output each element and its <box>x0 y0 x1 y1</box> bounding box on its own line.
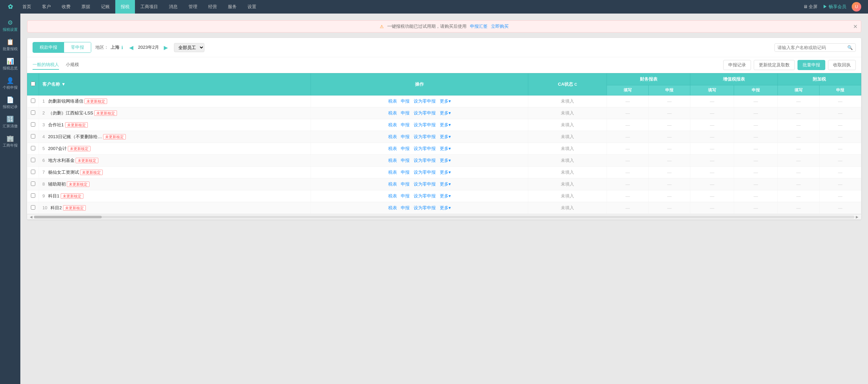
op-more[interactable]: 更多▾ <box>438 205 452 211</box>
op-zero-declare[interactable]: 设为零申报 <box>412 205 437 211</box>
upgrade-btn[interactable]: ▶ 畅享会员 <box>823 4 846 10</box>
tab-zero-declare[interactable]: 零申报 <box>64 42 91 52</box>
scroll-right-arrow[interactable]: ▶ <box>854 215 860 219</box>
op-more[interactable]: 更多▾ <box>438 146 452 152</box>
row-checkbox[interactable] <box>31 205 35 210</box>
op-tax-table[interactable]: 税表 <box>387 98 398 104</box>
op-zero-declare[interactable]: 设为零申报 <box>412 146 437 152</box>
banner-close-btn[interactable]: ✕ <box>853 23 857 30</box>
row-checkbox[interactable] <box>31 110 35 115</box>
op-zero-declare[interactable]: 设为零申报 <box>412 193 437 199</box>
nav-settings[interactable]: 设置 <box>242 0 262 14</box>
scroll-track[interactable] <box>34 216 854 218</box>
op-zero-declare[interactable]: 设为零申报 <box>412 181 437 187</box>
op-more[interactable]: 更多▾ <box>438 193 452 199</box>
op-zero-declare[interactable]: 设为零申报 <box>412 169 437 175</box>
banner-link-report[interactable]: 申报汇签 <box>470 23 488 29</box>
op-declare[interactable]: 申报 <box>399 98 411 104</box>
sidebar-item-batch-tax[interactable]: 📋 批量报税 <box>1 36 20 54</box>
nav-customer[interactable]: 客户 <box>37 0 56 14</box>
row-checkbox[interactable] <box>31 182 35 186</box>
row-checkbox[interactable] <box>31 170 35 174</box>
sidebar-item-business-report[interactable]: 🏢 工商年报 <box>1 133 20 151</box>
row-checkbox-2[interactable] <box>27 119 39 131</box>
nav-tax[interactable]: 报税 <box>115 0 135 14</box>
nav-home[interactable]: 首页 <box>17 0 37 14</box>
op-zero-declare[interactable]: 设为零申报 <box>412 110 437 116</box>
scroll-thumb[interactable] <box>34 216 102 218</box>
nav-business[interactable]: 工商项目 <box>135 0 163 14</box>
row-checkbox-1[interactable] <box>27 107 39 119</box>
banner-link-buy[interactable]: 立即购买 <box>491 23 509 29</box>
region-info-icon[interactable]: ℹ <box>121 45 123 50</box>
horizontal-scrollbar[interactable]: ◀ ▶ <box>27 214 861 219</box>
op-zero-declare[interactable]: 设为零申报 <box>412 98 437 104</box>
op-more[interactable]: 更多▾ <box>438 181 452 187</box>
op-more[interactable]: 更多▾ <box>438 122 452 128</box>
fullscreen-btn[interactable]: 🖥 全屏 <box>803 4 818 10</box>
nav-operation[interactable]: 经营 <box>203 0 222 14</box>
nav-billing[interactable]: 收费 <box>56 0 76 14</box>
op-declare[interactable]: 申报 <box>399 193 411 199</box>
scroll-left-arrow[interactable]: ◀ <box>28 215 34 219</box>
sidebar-item-tax-record[interactable]: 📄 报税记录 <box>1 94 20 112</box>
nav-manage[interactable]: 管理 <box>183 0 203 14</box>
search-icon[interactable]: 🔍 <box>847 45 853 50</box>
op-tax-table[interactable]: 税表 <box>387 169 398 175</box>
tab-tax-declare[interactable]: 税款申报 <box>33 42 64 52</box>
avatar[interactable]: U <box>852 2 861 12</box>
row-checkbox-4[interactable] <box>27 143 39 155</box>
op-declare[interactable]: 申报 <box>399 157 411 164</box>
row-checkbox-5[interactable] <box>27 155 39 167</box>
op-declare[interactable]: 申报 <box>399 181 411 187</box>
row-checkbox[interactable] <box>31 122 35 127</box>
sidebar-item-calc-clear[interactable]: 🔢 汇算清缴 <box>1 113 20 131</box>
select-all-checkbox[interactable] <box>31 82 35 86</box>
row-checkbox[interactable] <box>31 99 35 103</box>
date-next-btn[interactable]: ▶ <box>162 44 170 51</box>
op-tax-table[interactable]: 税表 <box>387 193 398 199</box>
update-stats-btn[interactable]: 更新统定及取数 <box>754 60 795 70</box>
row-checkbox-0[interactable] <box>27 95 39 107</box>
row-checkbox-9[interactable] <box>27 202 39 214</box>
row-checkbox-3[interactable] <box>27 131 39 143</box>
nav-invoice[interactable]: 票据 <box>76 0 96 14</box>
nav-message[interactable]: 消息 <box>163 0 183 14</box>
op-tax-table[interactable]: 税表 <box>387 157 398 164</box>
nav-service[interactable]: 服务 <box>222 0 242 14</box>
op-tax-table[interactable]: 税表 <box>387 146 398 152</box>
sort-icon[interactable]: ▼ <box>61 82 66 87</box>
op-more[interactable]: 更多▾ <box>438 157 452 164</box>
op-zero-declare[interactable]: 设为零申报 <box>412 122 437 128</box>
op-declare[interactable]: 申报 <box>399 169 411 175</box>
type-tab-small[interactable]: 小规模 <box>66 60 79 70</box>
type-tab-general[interactable]: 一般的纳税人 <box>33 60 59 70</box>
row-checkbox[interactable] <box>31 158 35 162</box>
op-declare[interactable]: 申报 <box>399 134 411 140</box>
batch-declare-btn[interactable]: 批量申报 <box>797 60 825 70</box>
row-checkbox-8[interactable] <box>27 190 39 202</box>
sidebar-item-personal-tax[interactable]: 👤 个税申报 <box>1 75 20 93</box>
op-more[interactable]: 更多▾ <box>438 169 452 175</box>
op-declare[interactable]: 申报 <box>399 122 411 128</box>
op-declare[interactable]: 申报 <box>399 146 411 152</box>
op-zero-declare[interactable]: 设为零申报 <box>412 157 437 164</box>
op-tax-table[interactable]: 税表 <box>387 205 398 211</box>
op-tax-table[interactable]: 税表 <box>387 134 398 140</box>
nav-bookkeeping[interactable]: 记账 <box>96 0 115 14</box>
op-more[interactable]: 更多▾ <box>438 110 452 116</box>
row-checkbox[interactable] <box>31 134 35 138</box>
collect-return-btn[interactable]: 收取回执 <box>828 60 856 70</box>
row-checkbox[interactable] <box>31 193 35 198</box>
row-checkbox-6[interactable] <box>27 167 39 178</box>
row-checkbox[interactable] <box>31 146 35 150</box>
sidebar-item-tax-overview[interactable]: 📊 报税总览 <box>1 56 20 73</box>
op-declare[interactable]: 申报 <box>399 110 411 116</box>
date-prev-btn[interactable]: ◀ <box>127 44 135 51</box>
search-input[interactable] <box>777 45 845 50</box>
declare-record-btn[interactable]: 申报记录 <box>723 60 751 70</box>
op-zero-declare[interactable]: 设为零申报 <box>412 134 437 140</box>
op-tax-table[interactable]: 税表 <box>387 181 398 187</box>
op-declare[interactable]: 申报 <box>399 205 411 211</box>
sidebar-item-tax-settings[interactable]: ⚙ 报税设置 <box>1 17 20 35</box>
